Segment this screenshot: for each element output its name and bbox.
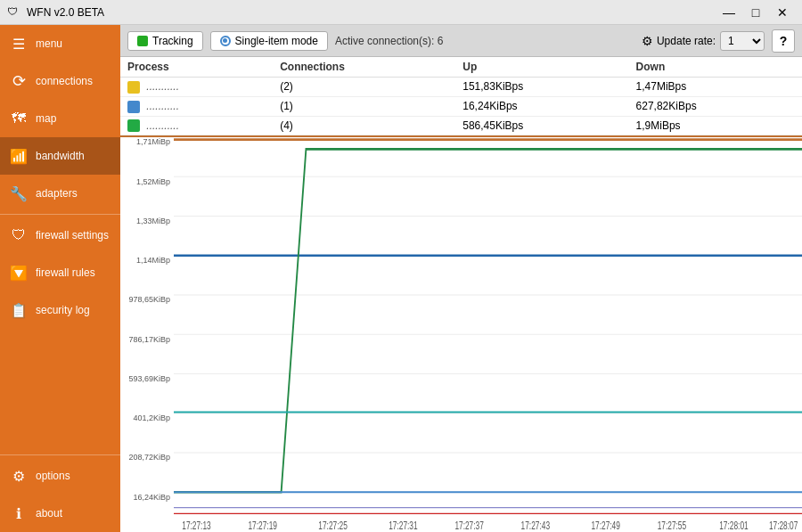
tracking-label: Tracking (152, 35, 193, 47)
sidebar-spacer (0, 329, 120, 453)
firewall-settings-icon: 🛡 (9, 225, 29, 245)
title-bar: 🛡 WFN v2.0 BETA — □ ✕ (0, 0, 802, 25)
col-down: Down (629, 57, 802, 78)
single-item-icon (220, 36, 231, 46)
sidebar-item-bandwidth[interactable]: 📶 bandwidth (0, 137, 120, 175)
sidebar: ☰ menu ⟳ connections 🗺 map 📶 bandwidth 🔧… (0, 25, 120, 532)
window-controls: — □ ✕ (716, 4, 795, 21)
process-name-0: ........... (146, 80, 179, 93)
bandwidth-icon: 📶 (9, 146, 29, 166)
y-label-4: 978,65KiBp (128, 295, 170, 304)
y-label-5: 786,17KiBp (128, 335, 170, 344)
sidebar-label-about: about (36, 507, 62, 520)
help-button[interactable]: ? (772, 29, 795, 53)
toolbar: Tracking Single-item mode Active connect… (120, 25, 802, 57)
update-rate-area: ⚙ Update rate: 1 2 5 (642, 31, 765, 51)
sidebar-item-options[interactable]: ⚙ options (0, 457, 120, 495)
svg-text:17:27:37: 17:27:37 (454, 520, 484, 532)
cell-connections-1: (1) (273, 96, 455, 116)
svg-text:17:27:55: 17:27:55 (658, 520, 687, 532)
minimize-button[interactable]: — (716, 4, 741, 21)
cell-down-1: 627,82KiBps (629, 96, 802, 116)
svg-text:17:27:31: 17:27:31 (389, 520, 418, 532)
sidebar-label-options: options (36, 470, 70, 482)
cell-process-0: ........... (120, 78, 273, 97)
y-label-3: 1,14MiBp (136, 256, 170, 265)
sidebar-item-firewall-rules[interactable]: 🔽 firewall rules (0, 254, 120, 291)
about-icon: ℹ (9, 503, 29, 523)
y-label-1: 1,52MiBp (136, 177, 170, 186)
col-connections: Connections (273, 57, 455, 78)
cell-down-2: 1,9MiBps (629, 116, 802, 135)
tracking-button[interactable]: Tracking (127, 31, 203, 51)
sidebar-item-adapters[interactable]: 🔧 adapters (0, 175, 120, 212)
cell-up-2: 586,45KiBps (455, 116, 628, 135)
tracking-indicator (137, 36, 148, 46)
sidebar-label-firewall-settings: firewall settings (36, 229, 109, 241)
bandwidth-chart: 17:27:13 17:27:19 17:27:25 17:27:31 17:2… (174, 137, 802, 532)
sidebar-label-menu: menu (36, 37, 62, 50)
security-log-icon: 📋 (9, 300, 29, 320)
process-name-2: ........... (146, 119, 179, 132)
options-icon: ⚙ (9, 466, 29, 486)
cell-connections-2: (4) (273, 116, 455, 135)
chart-area: 17:27:13 17:27:19 17:27:25 17:27:31 17:2… (174, 137, 802, 532)
col-process: Process (120, 57, 273, 78)
sidebar-label-map: map (36, 112, 56, 125)
sidebar-divider-2 (0, 454, 120, 455)
adapters-icon: 🔧 (9, 184, 29, 203)
table-row[interactable]: ........... (2) 151,83KiBps 1,47MiBps (120, 78, 802, 97)
process-icon-1 (127, 101, 140, 113)
sidebar-item-map[interactable]: 🗺 map (0, 100, 120, 137)
sidebar-label-bandwidth: bandwidth (36, 150, 85, 162)
y-label-0: 1,71MiBp (136, 137, 170, 146)
svg-text:17:28:07: 17:28:07 (769, 520, 798, 532)
process-table: Process Connections Up Down ........... … (120, 57, 802, 135)
y-label-2: 1,33MiBp (136, 217, 170, 225)
data-table-area: Process Connections Up Down ........... … (120, 57, 802, 137)
cell-up-0: 151,83KiBps (455, 78, 628, 97)
svg-text:17:27:19: 17:27:19 (248, 520, 277, 532)
cell-process-1: ........... (120, 96, 273, 116)
sidebar-label-connections: connections (36, 75, 93, 87)
y-label-8: 208,72KiBp (128, 453, 170, 462)
cell-connections-0: (2) (273, 78, 455, 97)
sidebar-item-security-log[interactable]: 📋 security log (0, 291, 120, 329)
app-icon: 🛡 (7, 5, 21, 20)
y-axis: 1,71MiBp1,52MiBp1,33MiBp1,14MiBp978,65Ki… (120, 137, 174, 532)
maximize-button[interactable]: □ (743, 4, 768, 21)
table-row[interactable]: ........... (1) 16,24KiBps 627,82KiBps (120, 96, 802, 116)
svg-text:17:27:43: 17:27:43 (521, 520, 551, 532)
update-rate-select[interactable]: 1 2 5 (720, 31, 765, 51)
close-button[interactable]: ✕ (770, 4, 795, 21)
process-name-1: ........... (146, 100, 179, 112)
active-connections: Active connection(s): 6 (335, 35, 443, 47)
y-label-9: 16,24KiBp (133, 493, 170, 502)
svg-text:17:27:13: 17:27:13 (182, 520, 211, 532)
y-label-6: 593,69KiBp (128, 374, 170, 383)
gear-icon: ⚙ (642, 34, 653, 48)
single-item-label: Single-item mode (235, 35, 318, 47)
single-item-button[interactable]: Single-item mode (210, 31, 328, 51)
map-icon: 🗺 (9, 109, 29, 128)
svg-text:17:27:25: 17:27:25 (318, 520, 348, 532)
sidebar-item-menu[interactable]: ☰ menu (0, 25, 120, 62)
sidebar-divider-1 (0, 214, 120, 215)
sidebar-item-firewall-settings[interactable]: 🛡 firewall settings (0, 217, 120, 254)
table-row[interactable]: ........... (4) 586,45KiBps 1,9MiBps (120, 116, 802, 135)
svg-text:17:27:49: 17:27:49 (591, 520, 620, 532)
col-up: Up (455, 57, 628, 78)
cell-up-1: 16,24KiBps (455, 96, 628, 116)
process-icon-0 (127, 81, 140, 94)
sidebar-label-security-log: security log (36, 304, 90, 316)
single-item-dot (223, 38, 227, 43)
firewall-rules-icon: 🔽 (9, 263, 29, 282)
y-label-7: 401,2KiBp (133, 413, 170, 422)
sidebar-item-connections[interactable]: ⟳ connections (0, 62, 120, 100)
sidebar-label-firewall-rules: firewall rules (36, 266, 95, 279)
main-content: Tracking Single-item mode Active connect… (120, 25, 802, 532)
app-title: WFN v2.0 BETA (27, 6, 716, 19)
svg-text:17:28:01: 17:28:01 (719, 520, 749, 532)
sidebar-item-about[interactable]: ℹ about (0, 495, 120, 532)
process-icon-2 (127, 119, 140, 132)
